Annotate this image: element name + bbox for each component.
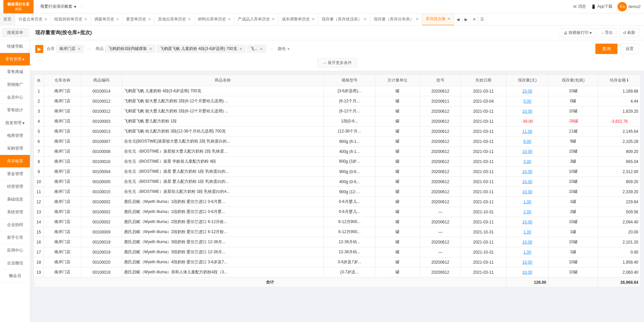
tab-xianzai2[interactable]: 现存量（库存分布表） ✕ — [370, 13, 422, 25]
tab-chanpin[interactable]: 产成品入库单历史 ✕ — [234, 13, 278, 25]
tab-close-cailiao[interactable]: ✕ — [228, 17, 231, 21]
color-arrow-icon[interactable]: ▾ — [287, 47, 289, 51]
row-qty[interactable]: 10.00 — [506, 86, 548, 96]
sidebar-item-basic[interactable]: 基础信息 — [0, 193, 30, 206]
sidebar-item-system[interactable]: 系统管理 — [0, 206, 30, 219]
tab-close-all[interactable]: ✕ — [470, 13, 478, 25]
tab-menu[interactable]: ☰ — [478, 13, 486, 25]
row-qty[interactable]: 2.00 — [506, 207, 548, 217]
sidebar-item-member2[interactable]: 畅会员 — [0, 270, 30, 282]
row-qty[interactable]: 0.00 — [506, 96, 548, 106]
query-btn[interactable]: 查询 — [595, 44, 618, 54]
tab-close-fenpan[interactable]: ✕ — [44, 17, 47, 21]
row-unit: 罐 — [375, 157, 420, 167]
product-tag-3[interactable]: 飞... ✕ — [247, 45, 266, 53]
sidebar-item-ecommerce[interactable]: 电商管理 — [0, 129, 30, 142]
message-btn[interactable]: ✉ 消息 — [573, 4, 586, 9]
sidebar-item-corpwx[interactable]: 企业微信 — [0, 257, 30, 270]
sidebar-quick-nav[interactable]: 快捷导航 — [0, 40, 30, 53]
sidebar-item-newguide[interactable]: 新手引导 — [0, 231, 30, 244]
row-qty[interactable]: 10.00 — [506, 187, 548, 197]
tab-tiaobo[interactable]: 调拨单历史 ✕ — [91, 13, 123, 25]
row-qty[interactable]: 1.00 — [506, 197, 548, 207]
sidebar-item-operations[interactable]: 经营管理 — [0, 180, 30, 193]
row-expire: 2021-03-11 — [461, 257, 506, 267]
product-tag-1[interactable]: 飞鹤奶粉3段丙罐摆装 ✕ — [105, 45, 155, 53]
tab-nav-next[interactable]: ▶ — [462, 13, 470, 25]
tab-cailiao[interactable]: 材料出库单历史 ✕ — [195, 13, 234, 25]
row-expire: 2021-10-31 — [461, 207, 506, 217]
search-menu-btn[interactable]: 搜索菜单 — [2, 28, 28, 37]
tab-close-pici[interactable]: ✕ — [447, 17, 450, 21]
warehouse-more[interactable]: ··· — [87, 47, 91, 51]
sidebar-item-enterprise[interactable]: 企业协同 — [0, 219, 30, 231]
row-qty[interactable]: 9.00 — [506, 137, 548, 147]
settings-btn[interactable]: 设置 — [620, 44, 639, 54]
tab-qita[interactable]: 其他出库单历史 ✕ — [155, 13, 195, 25]
tab-close-tiaobo[interactable]: ✕ — [116, 17, 119, 21]
app-download-btn[interactable]: 📱 App下载 — [591, 4, 612, 9]
tab-close-zuhe[interactable]: ✕ — [84, 17, 87, 21]
col-settings[interactable]: ⚙ — [34, 75, 44, 86]
tab-yaohuo[interactable]: 要货单历史 ✕ — [123, 13, 155, 25]
product-tag-2-close[interactable]: ✕ — [239, 47, 243, 51]
row-qty[interactable]: 10.00 — [506, 267, 548, 277]
sidebar-item-inventory[interactable]: 库存核算 — [0, 155, 30, 168]
tab-xianzai1[interactable]: 现存量（库存状况表） ✕ — [318, 13, 370, 25]
row-unit: 罐 — [375, 106, 420, 116]
row-qty[interactable]: 10.00 — [506, 237, 548, 247]
row-unit: 罐 — [375, 96, 420, 106]
row-qty[interactable]: 3.00 — [506, 157, 548, 167]
tab-fenpan[interactable]: 分盘点单历史 ✕ — [15, 13, 51, 25]
account-selector[interactable]: 母婴行业演示账套 ▾ — [37, 4, 82, 9]
sidebar-item-marketing[interactable]: 营销推广 — [0, 78, 30, 91]
tab-close-xianzai1[interactable]: ✕ — [364, 17, 367, 21]
user-area[interactable]: Ea demo2 — [618, 2, 641, 11]
tab-close-yaohuo[interactable]: ✕ — [148, 17, 151, 21]
sidebar-item-purchase[interactable]: 采购管理 — [0, 142, 30, 155]
expand-filter-btn[interactable]: ⋯ 展开更多条件 — [317, 58, 357, 67]
row-num: 15 — [34, 227, 44, 237]
tab-close-chanpin[interactable]: ✕ — [272, 17, 275, 21]
warehouse-tag-close[interactable]: ✕ — [77, 47, 81, 51]
row-batch: 20200612 — [420, 86, 461, 96]
row-code: 00100003 — [81, 116, 122, 126]
row-qty[interactable]: 10.00 — [506, 257, 548, 267]
warehouse-tag[interactable]: 南岸门店 ✕ — [56, 45, 84, 53]
row-qty[interactable]: 10.00 — [506, 167, 548, 177]
product-tag-1-close[interactable]: ✕ — [149, 47, 152, 51]
refresh-btn[interactable]: ↺ 刷新 — [619, 28, 639, 37]
row-name: 惠氏启赋（Wyeth illuma）2段奶粉 爱尔兰进口 6-12月收... — [122, 217, 324, 227]
tab-close-qita[interactable]: ✕ — [188, 17, 191, 21]
sidebar-item-retail-mgmt[interactable]: 零售管理 ▾ — [0, 53, 30, 66]
row-qty[interactable]: 10.00 — [506, 106, 548, 116]
sidebar-item-batch-mgmt[interactable]: 批发管理 ▾ — [0, 117, 30, 129]
product-tag-2[interactable]: 飞鹤星飞帆 儿童奶粉 4段(3-6岁适用) 700克 ✕ — [157, 45, 246, 53]
tab-zuhe[interactable]: 组装拆卸单历史 ✕ — [51, 13, 91, 25]
row-qty[interactable]: 1.00 — [506, 247, 548, 257]
tab-close-chengben[interactable]: ✕ — [312, 17, 315, 21]
sidebar-item-finance[interactable]: 资金管理 — [0, 168, 30, 180]
tab-home[interactable]: 首页 — [0, 13, 15, 25]
row-amount: 1,189.88 — [598, 86, 641, 96]
export-btn[interactable]: ↓ 导出 — [598, 28, 616, 37]
sidebar-item-member[interactable]: 会员中心 — [0, 91, 30, 104]
row-qty[interactable]: 10.00 — [506, 147, 548, 157]
product-more[interactable]: ··· — [269, 47, 273, 51]
tab-pici[interactable]: 库存批次账 ✕ — [422, 13, 454, 25]
row-qty[interactable]: 1.00 — [506, 227, 548, 237]
sidebar-item-retail-stat[interactable]: 零售统计 — [0, 104, 30, 117]
sidebar-item-appcenter[interactable]: 应用中心 — [0, 244, 30, 257]
row-qty[interactable]: 10.00 — [506, 217, 548, 227]
template-print-btn[interactable]: 🖨 按模板打印 ▾ — [560, 28, 595, 37]
tab-bar: 首页 分盘点单历史 ✕ 组装拆卸单历史 ✕ 调拨单历史 ✕ 要货单历史 ✕ 其他… — [0, 13, 644, 25]
row-qty[interactable]: 11.00 — [506, 126, 548, 137]
sidebar-item-retail-shop[interactable]: 零售商城 — [0, 66, 30, 78]
row-name: 惠氏启赋（Wyeth illuma）3段奶粉 爱尔兰进口 12-36月... — [122, 247, 324, 257]
row-qty[interactable]: 10.00 — [506, 177, 548, 187]
product-tag-3-close[interactable]: ✕ — [260, 47, 263, 51]
tab-close-xianzai2[interactable]: ✕ — [416, 17, 419, 21]
tab-nav-prev[interactable]: ◀ — [454, 13, 462, 25]
filter-toggle-btn[interactable]: ▶ — [35, 45, 43, 53]
tab-chengben[interactable]: 成本调整单历史 ✕ — [278, 13, 318, 25]
